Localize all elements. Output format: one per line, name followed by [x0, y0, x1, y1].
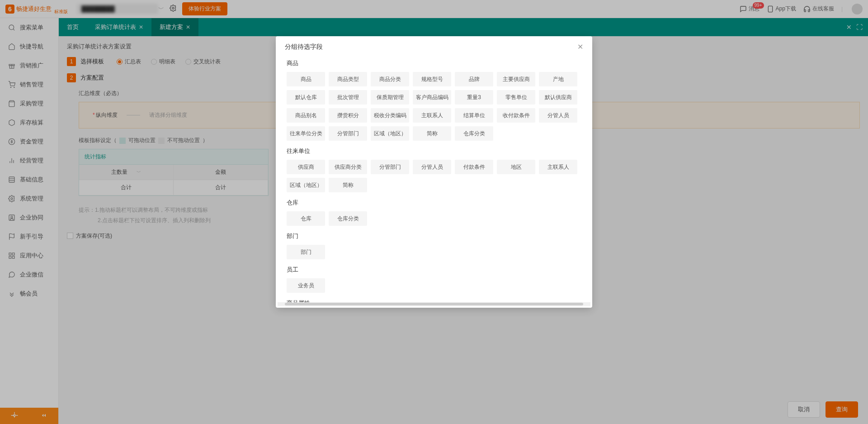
field-chip[interactable]: 分管人员 — [413, 160, 451, 174]
field-chip[interactable]: 商品分类 — [371, 72, 409, 86]
modal-body: 商品商品商品类型商品分类规格型号品牌主要供应商产地默认仓库批次管理保质期管理客户… — [276, 57, 592, 302]
field-chip[interactable]: 品牌 — [455, 72, 493, 86]
field-selector-modal: 分组待选字段 ✕ 商品商品商品类型商品分类规格型号品牌主要供应商产地默认仓库批次… — [276, 36, 592, 308]
field-chip[interactable]: 供应商分类 — [329, 160, 367, 174]
group-title: 仓库 — [287, 199, 581, 207]
field-chip[interactable]: 地区 — [497, 160, 535, 174]
modal-title: 分组待选字段 — [285, 43, 323, 51]
field-chip[interactable]: 部门 — [287, 245, 325, 259]
group-title: 员工 — [287, 266, 581, 274]
field-chip[interactable]: 批次管理 — [329, 90, 367, 105]
field-group-3: 部门部门 — [287, 232, 581, 259]
close-icon[interactable]: ✕ — [577, 43, 583, 51]
field-chip[interactable]: 重量3 — [455, 90, 493, 105]
field-chip[interactable]: 仓库分类 — [455, 126, 493, 141]
group-title: 部门 — [287, 232, 581, 240]
group-title: 商品 — [287, 59, 581, 67]
modal-overlay[interactable]: 分组待选字段 ✕ 商品商品商品类型商品分类规格型号品牌主要供应商产地默认仓库批次… — [0, 0, 868, 424]
field-chip[interactable]: 主联系人 — [539, 160, 577, 174]
field-group-2: 仓库仓库仓库分类 — [287, 199, 581, 226]
field-chip[interactable]: 分管部门 — [329, 126, 367, 141]
field-chip[interactable]: 商品别名 — [287, 108, 325, 123]
field-chip[interactable]: 结算单位 — [455, 108, 493, 123]
field-chip[interactable]: 分管人员 — [539, 108, 577, 123]
field-chip[interactable]: 产地 — [539, 72, 577, 86]
field-chip[interactable]: 规格型号 — [413, 72, 451, 86]
field-chip[interactable]: 主联系人 — [413, 108, 451, 123]
field-chip[interactable]: 商品 — [287, 72, 325, 86]
field-chip[interactable]: 往来单位分类 — [287, 126, 325, 141]
field-chip[interactable]: 仓库 — [287, 211, 325, 226]
field-chip[interactable]: 默认供应商 — [539, 90, 577, 105]
field-chip[interactable]: 业务员 — [287, 278, 325, 293]
field-chip[interactable]: 分管部门 — [371, 160, 409, 174]
field-chip[interactable]: 收付款条件 — [497, 108, 535, 123]
field-chip[interactable]: 简称 — [413, 126, 451, 141]
field-group-5: 商品属性属性颜色多规格尺码鞋码1 — [287, 299, 581, 302]
field-chip[interactable]: 攒货积分 — [329, 108, 367, 123]
field-chip[interactable]: 客户商品编码 — [413, 90, 451, 105]
field-chip[interactable]: 区域（地区） — [371, 126, 409, 141]
field-group-1: 往来单位供应商供应商分类分管部门分管人员付款条件地区主联系人区域（地区）简称 — [287, 147, 581, 192]
field-chip[interactable]: 仓库分类 — [329, 211, 367, 226]
field-group-0: 商品商品商品类型商品分类规格型号品牌主要供应商产地默认仓库批次管理保质期管理客户… — [287, 59, 581, 141]
field-chip[interactable]: 默认仓库 — [287, 90, 325, 105]
field-chip[interactable]: 主要供应商 — [497, 72, 535, 86]
group-title: 商品属性 — [287, 299, 581, 302]
field-chip[interactable]: 供应商 — [287, 160, 325, 174]
modal-horizontal-scrollbar[interactable] — [278, 302, 590, 306]
field-group-4: 员工业务员 — [287, 266, 581, 293]
group-title: 往来单位 — [287, 147, 581, 155]
field-chip[interactable]: 付款条件 — [455, 160, 493, 174]
field-chip[interactable]: 区域（地区） — [287, 178, 325, 192]
field-chip[interactable]: 零售单位 — [497, 90, 535, 105]
field-chip[interactable]: 税收分类编码 — [371, 108, 409, 123]
field-chip[interactable]: 保质期管理 — [371, 90, 409, 105]
modal-header: 分组待选字段 ✕ — [276, 36, 592, 57]
field-chip[interactable]: 商品类型 — [329, 72, 367, 86]
field-chip[interactable]: 简称 — [329, 178, 367, 192]
